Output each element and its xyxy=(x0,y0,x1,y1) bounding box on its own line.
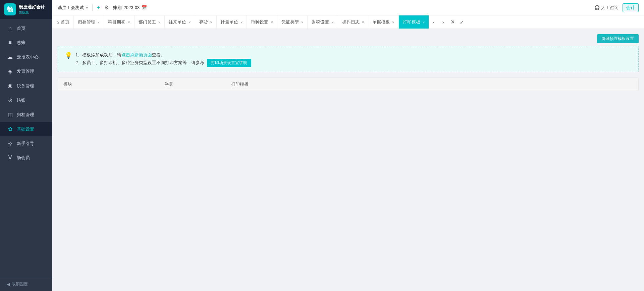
tab-close-slip-template[interactable]: × xyxy=(392,20,394,24)
tab-expand-button[interactable]: ⤢ xyxy=(457,15,467,29)
sidebar-item-reports[interactable]: ☁ 云报表中心 xyxy=(0,50,52,64)
tab-close-department[interactable]: × xyxy=(158,20,160,24)
hide-preset-button[interactable]: 隐藏预置模板设置 xyxy=(597,34,639,43)
tab-label-home: 首页 xyxy=(61,19,69,25)
unpin-label: 取消固定 xyxy=(12,281,28,287)
tab-label-tax-settings: 财税设置 xyxy=(312,19,329,25)
tab-close-print-template[interactable]: × xyxy=(423,20,425,24)
sidebar-item-home[interactable]: ⌂ 首页 xyxy=(0,21,52,36)
column-module: 模块 xyxy=(58,81,159,87)
sidebar: 畅 畅捷通好会计 旗舰版 ⌂ 首页 ≡ 总账 ☁ 云报表中心 ◈ 发票管理 ◉ … xyxy=(0,0,52,291)
nav-label-close: 结账 xyxy=(17,97,25,103)
nav-icon-member: V xyxy=(7,155,13,161)
company-selector[interactable]: 基层工会测试 ▾ xyxy=(58,5,88,11)
company-name: 基层工会测试 xyxy=(58,5,84,11)
banner-line1: 1、模板添加成功后，请点击刷新新页面查看。 xyxy=(75,51,632,59)
tab-close-tax-settings[interactable]: × xyxy=(331,20,333,24)
tab-voucher-type[interactable]: 凭证类型× xyxy=(277,15,308,29)
nav-label-invoice: 发票管理 xyxy=(17,68,34,75)
nav-label-member: 畅会员 xyxy=(17,155,30,161)
nav-icon-settings: ✿ xyxy=(7,126,13,132)
tab-inventory[interactable]: 存货× xyxy=(195,15,217,29)
table-header: 模块 单据 打印模板 xyxy=(58,78,638,91)
headset-icon: 🎧 xyxy=(594,5,600,10)
nav-label-home: 首页 xyxy=(17,26,25,32)
unpin-button[interactable]: ◀ 取消固定 xyxy=(0,277,52,291)
logo-icon: 畅 xyxy=(4,3,16,15)
tab-close-counter-party[interactable]: × xyxy=(189,20,191,24)
print-scene-button[interactable]: 打印场景设置宣讲明 xyxy=(207,59,251,67)
tab-department[interactable]: 部门员工× xyxy=(135,15,165,29)
customer-service-button[interactable]: 🎧 人工咨询 xyxy=(594,5,619,11)
tab-close-op-log[interactable]: × xyxy=(362,20,364,24)
period-value: 2023-03 xyxy=(124,5,140,10)
tab-label-slip-template: 单据模板 xyxy=(372,19,390,25)
logo-subtitle: 旗舰版 xyxy=(19,10,45,15)
nav-icon-tax: ◉ xyxy=(7,83,13,89)
column-template: 打印模板 xyxy=(226,81,638,87)
tab-scroll-right-button[interactable]: › xyxy=(438,15,448,29)
tab-archive-mgr[interactable]: 归档管理× xyxy=(74,15,104,29)
tab-counter-party[interactable]: 往来单位× xyxy=(165,15,195,29)
sidebar-item-tax[interactable]: ◉ 税务管理 xyxy=(0,79,52,93)
sidebar-item-close[interactable]: ⊛ 结账 xyxy=(0,93,52,107)
tab-op-log[interactable]: 操作日志× xyxy=(338,15,368,29)
nav-icon-reports: ☁ xyxy=(7,54,13,60)
bulb-icon: 💡 xyxy=(65,52,72,59)
logo-text: 畅捷通好会计 旗舰版 xyxy=(19,4,45,15)
sidebar-item-member[interactable]: V 畅会员 xyxy=(0,151,52,165)
topbar: 基层工会测试 ▾ + ⚙ 账期 2023-03 📅 🎧 人工咨询 会计 xyxy=(52,0,644,15)
tab-label-op-log: 操作日志 xyxy=(342,19,360,25)
nav-label-tax: 税务管理 xyxy=(17,83,34,89)
tab-close-subject-init[interactable]: × xyxy=(128,20,130,24)
tab-subject-init[interactable]: 科目期初× xyxy=(104,15,134,29)
tab-close-currency[interactable]: × xyxy=(271,20,273,24)
tab-slip-template[interactable]: 单据模板× xyxy=(368,15,398,29)
banner-text: 1、模板添加成功后，请点击刷新新页面查看。 2、多员工、多打印机、多种业务类型设… xyxy=(75,51,632,67)
tab-currency[interactable]: 币种设置× xyxy=(247,15,277,29)
account-badge[interactable]: 会计 xyxy=(623,3,639,12)
tab-print-template[interactable]: 打印模板× xyxy=(399,15,429,29)
banner-line2: 2、多员工、多打印机、多种业务类型设置不同打印方案等，请参考 打印场景设置宣讲明 xyxy=(75,59,632,67)
nav-icon-guide: ⊹ xyxy=(7,140,13,147)
tab-label-unit: 计量单位 xyxy=(221,19,238,25)
tab-label-inventory: 存货 xyxy=(199,19,208,25)
add-tab-button[interactable]: + xyxy=(97,5,100,11)
period-label: 账期 xyxy=(113,5,122,11)
column-slip: 单据 xyxy=(159,81,226,87)
tab-close-inventory[interactable]: × xyxy=(210,20,212,24)
main-area: 基层工会测试 ▾ + ⚙ 账期 2023-03 📅 🎧 人工咨询 会计 ⌂首页归… xyxy=(52,0,644,291)
service-label: 人工咨询 xyxy=(601,5,619,11)
sidebar-nav: ⌂ 首页 ≡ 总账 ☁ 云报表中心 ◈ 发票管理 ◉ 税务管理 ⊛ 结账 ◫ 归… xyxy=(0,19,52,277)
tab-close-voucher-type[interactable]: × xyxy=(301,20,303,24)
tab-tax-settings[interactable]: 财税设置× xyxy=(308,15,338,29)
banner-line1-prefix: 1、模板添加成功后，请 xyxy=(75,52,121,57)
sidebar-item-invoice[interactable]: ◈ 发票管理 xyxy=(0,64,52,79)
sidebar-item-guide[interactable]: ⊹ 新手引导 xyxy=(0,136,52,151)
topbar-settings-icon[interactable]: ⚙ xyxy=(104,4,109,11)
tab-home[interactable]: ⌂首页 xyxy=(52,15,74,29)
nav-label-guide: 新手引导 xyxy=(17,141,34,147)
tab-close-unit[interactable]: × xyxy=(240,20,243,24)
tab-label-currency: 币种设置 xyxy=(251,19,268,25)
tab-unit[interactable]: 计量单位× xyxy=(217,15,247,29)
content-topright: 隐藏预置模板设置 xyxy=(58,34,639,43)
nav-label-ledger: 总账 xyxy=(17,40,25,46)
tab-label-archive-mgr: 归档管理 xyxy=(78,19,95,25)
sidebar-item-settings[interactable]: ✿ 基础设置 xyxy=(0,122,52,136)
topbar-divider xyxy=(92,4,93,11)
sidebar-item-archive[interactable]: ◫ 归档管理 xyxy=(0,107,52,122)
refresh-link[interactable]: 点击刷新新页面 xyxy=(121,52,152,57)
logo-title: 畅捷通好会计 xyxy=(19,4,45,10)
tab-close-archive-mgr[interactable]: × xyxy=(98,20,100,24)
print-template-table: 模块 单据 打印模板 xyxy=(58,78,639,91)
tab-label-print-template: 打印模板 xyxy=(403,19,420,25)
banner-line2-prefix: 2、多员工、多打印机、多种业务类型设置不同打印方案等，请参考 xyxy=(75,60,204,65)
nav-icon-home: ⌂ xyxy=(7,26,13,32)
tab-close-all-button[interactable]: ✕ xyxy=(448,15,457,29)
sidebar-item-ledger[interactable]: ≡ 总账 xyxy=(0,36,52,50)
calendar-icon[interactable]: 📅 xyxy=(142,5,147,10)
tab-scroll-left-button[interactable]: ‹ xyxy=(429,15,438,29)
nav-label-archive: 归档管理 xyxy=(17,112,34,118)
company-dropdown-icon: ▾ xyxy=(86,5,88,10)
